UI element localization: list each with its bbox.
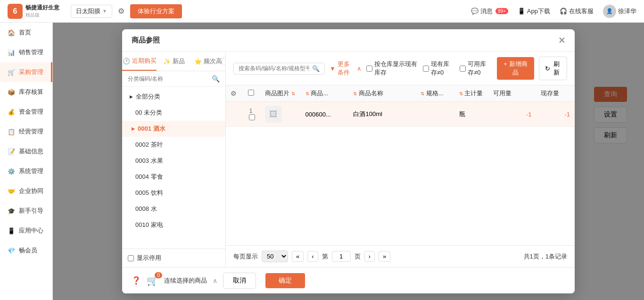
sidebar-item-basic[interactable]: 📝 基础信息 xyxy=(0,142,52,161)
expand-icon[interactable]: ∧ xyxy=(213,277,217,284)
system-icon: ⚙️ xyxy=(8,168,15,175)
cat-item-0003[interactable]: 0003 水果 xyxy=(122,153,225,169)
show-disabled-checkbox[interactable] xyxy=(128,255,134,261)
filter-label: 更多条件 xyxy=(338,60,355,77)
col-avail-label: 可用量 xyxy=(493,90,512,97)
cat-tab-new[interactable]: ✨ 新品 xyxy=(157,52,191,71)
next-page-btn[interactable]: › xyxy=(364,251,375,262)
cat-tab-recent[interactable]: 🕐 近期购买 xyxy=(122,52,157,71)
sidebar-item-guide[interactable]: 🎓 新手引导 xyxy=(0,201,52,221)
show-disabled-label[interactable]: 显示停用 xyxy=(137,254,161,262)
warehouse-checkbox[interactable] xyxy=(366,66,372,72)
col-settings: ⚙ xyxy=(226,85,243,102)
nav-selector-label: 日太阳膜 xyxy=(76,7,100,16)
service-label: 在线客服 xyxy=(569,7,594,16)
refresh-btn[interactable]: ↻ 刷新 xyxy=(539,57,567,80)
search-icon[interactable]: 🔍 xyxy=(212,75,220,83)
sidebar-item-operation[interactable]: 📋 经营管理 xyxy=(0,122,52,142)
row-unit: 瓶 xyxy=(459,110,465,117)
sidebar-item-appstore[interactable]: 📱 应用中心 xyxy=(0,221,52,241)
cat-tab-freq[interactable]: ⭐ 频次高 xyxy=(191,52,225,71)
app-item[interactable]: 📱 App下载 xyxy=(518,7,550,16)
sidebar-item-purchase[interactable]: 🛒 采购管理 xyxy=(0,62,52,82)
cat-search: 🔍 xyxy=(122,71,225,87)
cat-item-label: 0010 家电 xyxy=(135,221,163,229)
col-unit-header[interactable]: ⇅ 主计量 xyxy=(454,85,488,102)
cat-item-0001[interactable]: ▶ 0001 酒水 xyxy=(122,121,225,137)
sidebar-item-inventory[interactable]: 📦 库存核算 xyxy=(0,82,52,102)
operation-icon: 📋 xyxy=(8,128,15,135)
enterprise-icon: 🤝 xyxy=(8,188,15,195)
sort-icon: ⇅ xyxy=(291,91,295,96)
per-page-label: 每页显示 xyxy=(233,252,258,261)
col-stock-label: 现存量 xyxy=(541,90,559,97)
prev-page-btn[interactable]: ‹ xyxy=(307,251,318,262)
check-usable-stock[interactable]: 可用库存≠0 xyxy=(460,60,492,77)
table-gear-icon[interactable]: ⚙ xyxy=(231,90,237,97)
col-stock-header: 现存量 xyxy=(536,85,575,102)
first-page-btn[interactable]: « xyxy=(292,251,304,262)
cat-item-label: 0004 零食 xyxy=(135,173,163,181)
col-code-header[interactable]: ⇅ 商品... xyxy=(301,85,349,102)
cat-item-all[interactable]: ▶ 全部分类 xyxy=(122,89,225,105)
headset-icon: 🎧 xyxy=(560,8,567,15)
sidebar-label-finance: 资金管理 xyxy=(19,108,43,116)
cart-wrap[interactable]: 🛒 0 xyxy=(147,275,158,286)
sort-icon: ⇅ xyxy=(353,91,357,96)
page-total: 共1页，1条记录 xyxy=(524,252,567,261)
cat-item-0002[interactable]: 0002 茶叶 xyxy=(122,137,225,153)
cat-item-00[interactable]: 00 未分类 xyxy=(122,105,225,121)
confirm-btn[interactable]: 确定 xyxy=(265,273,305,288)
filter-btn[interactable]: ▼ 更多条件 ∧ xyxy=(330,60,362,77)
cat-item-0005[interactable]: 0005 饮料 xyxy=(122,185,225,201)
avail-stock-checkbox[interactable] xyxy=(423,66,429,72)
logo-area: 6 畅捷通好生意 精品版 xyxy=(8,4,59,19)
gear-icon[interactable]: ⚙ xyxy=(118,7,124,16)
sidebar-item-finance[interactable]: 💰 资金管理 xyxy=(0,102,52,122)
col-spec-header[interactable]: ⇅ 规格... xyxy=(416,85,454,102)
cat-item-0004[interactable]: 0004 零食 xyxy=(122,169,225,185)
select-all-checkbox[interactable] xyxy=(248,90,254,96)
cat-search-input[interactable] xyxy=(128,75,209,82)
usable-stock-checkbox[interactable] xyxy=(460,66,466,72)
recent-icon: 🕐 xyxy=(123,58,130,65)
modal-title: 商品参照 xyxy=(132,36,160,45)
sidebar-label-system: 系统管理 xyxy=(19,167,43,175)
row-checkbox[interactable] xyxy=(249,114,255,120)
refresh-label: 刷新 xyxy=(552,60,561,77)
check-avail-stock[interactable]: 现有库存≠0 xyxy=(423,60,455,77)
user-item[interactable]: 👤 徐泽华 xyxy=(603,5,636,18)
sidebar-item-enterprise[interactable]: 🤝 企业协同 xyxy=(0,181,52,201)
add-product-btn[interactable]: + 新增商品 xyxy=(497,57,535,80)
cat-item-0008[interactable]: 0008 水 xyxy=(122,201,225,217)
col-img-header[interactable]: 商品图片 ⇅ xyxy=(260,85,300,102)
table-row[interactable]: 1 🖼 xyxy=(226,102,575,127)
last-page-btn[interactable]: » xyxy=(379,251,390,262)
sidebar-label-member: 畅会员 xyxy=(19,246,37,255)
product-search-box: 🔍 xyxy=(233,63,325,75)
sidebar-item-home[interactable]: 🏠 首页 xyxy=(0,23,52,42)
sidebar-item-sales[interactable]: 📊 销售管理 xyxy=(0,42,52,62)
overlay: 商品参照 ✕ 🕐 近期购买 ✨ xyxy=(53,23,644,300)
cancel-btn[interactable]: 取消 xyxy=(223,273,256,289)
row-avail: -1 xyxy=(526,111,532,118)
exp-btn[interactable]: 体验行业方案 xyxy=(130,4,182,18)
page-input[interactable] xyxy=(332,251,351,262)
row-name: 白酒100ml xyxy=(353,110,382,117)
sidebar-item-member[interactable]: 💎 畅会员 xyxy=(0,241,52,260)
check-warehouse[interactable]: 按仓库显示现有库存 xyxy=(366,60,418,77)
msg-item[interactable]: 💬 消息 99+ xyxy=(471,7,508,16)
close-icon[interactable]: ✕ xyxy=(558,35,565,46)
per-page-select[interactable]: 10 20 50 100 xyxy=(262,250,288,262)
help-icon[interactable]: ❓ xyxy=(132,276,141,285)
nav-selector[interactable]: 日太阳膜 ▼ xyxy=(71,5,112,18)
cat-item-label: 0003 水果 xyxy=(135,157,163,165)
nav-right: 💬 消息 99+ 📱 App下载 🎧 在线客服 👤 徐泽华 xyxy=(471,5,636,18)
sidebar-item-system[interactable]: ⚙️ 系统管理 xyxy=(0,161,52,181)
service-item[interactable]: 🎧 在线客服 xyxy=(560,7,594,16)
search-icon[interactable]: 🔍 xyxy=(312,65,320,72)
cat-item-0010[interactable]: 0010 家电 xyxy=(122,217,225,233)
col-name-header[interactable]: ⇅ 商品名称 xyxy=(348,85,416,102)
product-search-input[interactable] xyxy=(239,65,309,72)
arrow-icon: ▶ xyxy=(130,94,133,99)
